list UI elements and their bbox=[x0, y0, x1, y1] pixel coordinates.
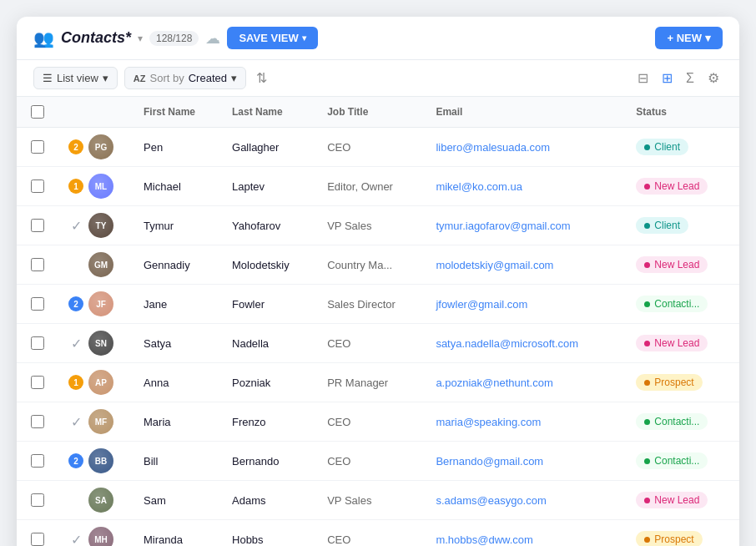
cell-email[interactable]: a.pozniak@nethunt.com bbox=[426, 363, 626, 402]
status-badge: New Lead bbox=[636, 256, 708, 273]
cell-last-name: Fowler bbox=[222, 285, 317, 324]
email-link[interactable]: libero@malesuada.com bbox=[436, 141, 550, 154]
header-left: 👥 Contacts* ▾ 128/128 ☁ SAVE VIEW ▾ bbox=[33, 27, 647, 49]
row-checkbox-cell bbox=[17, 167, 58, 206]
cell-job-title: VP Sales bbox=[317, 206, 426, 245]
sigma-icon-button[interactable]: Σ bbox=[683, 68, 698, 89]
table-row: 2JFJaneFowlerSales Directorjfowler@gmail… bbox=[17, 285, 739, 324]
check-circle-icon: ✓ bbox=[71, 532, 82, 547]
new-chevron-icon: ▾ bbox=[705, 32, 711, 44]
cell-job-title: CEO bbox=[317, 128, 426, 167]
cell-first-name: Jane bbox=[134, 285, 222, 324]
cell-email[interactable]: tymur.iagofarov@gmail.com bbox=[426, 206, 626, 245]
cell-email[interactable]: satya.nadella@microsoft.com bbox=[426, 324, 626, 363]
cell-email[interactable]: m.hobbs@dww.com bbox=[426, 520, 626, 547]
cell-status: New Lead bbox=[626, 245, 739, 285]
row-checkbox[interactable] bbox=[31, 376, 44, 389]
email-link[interactable]: a.pozniak@nethunt.com bbox=[436, 377, 552, 389]
row-indicator-cell: ✓MF bbox=[58, 402, 134, 442]
status-dot bbox=[644, 262, 650, 268]
sort-button[interactable]: AZ Sort by Created ▾ bbox=[124, 67, 246, 89]
new-button[interactable]: + NEW ▾ bbox=[655, 27, 723, 49]
cell-email[interactable]: s.adams@easygo.com bbox=[426, 481, 626, 520]
cell-email[interactable]: maria@speaking.com bbox=[426, 402, 626, 442]
cell-last-name: Laptev bbox=[222, 167, 317, 206]
cell-first-name: Miranda bbox=[134, 520, 222, 547]
row-indicator-cell: ✓TY bbox=[58, 206, 134, 245]
row-checkbox[interactable] bbox=[31, 454, 44, 468]
filter-lines-button[interactable]: ⇅ bbox=[253, 67, 270, 89]
cell-last-name: Frenzo bbox=[222, 402, 317, 442]
row-checkbox-cell bbox=[17, 481, 58, 520]
status-dot bbox=[644, 419, 650, 425]
status-dot bbox=[644, 144, 650, 150]
cell-email[interactable]: molodetskiy@gmail.com bbox=[426, 245, 626, 285]
email-link[interactable]: jfowler@gmail.com bbox=[436, 298, 527, 311]
cell-last-name: Hobbs bbox=[222, 520, 317, 547]
notification-badge: 2 bbox=[68, 139, 83, 154]
row-checkbox-cell bbox=[17, 442, 58, 481]
status-badge: Client bbox=[636, 139, 688, 155]
row-checkbox[interactable] bbox=[31, 219, 44, 232]
col-first-name: First Name bbox=[134, 97, 222, 128]
cell-email[interactable]: Bernando@gmail.com bbox=[426, 442, 626, 481]
avatar: MH bbox=[88, 527, 113, 546]
cell-email[interactable]: libero@malesuada.com bbox=[426, 128, 626, 167]
status-label: Client bbox=[654, 141, 680, 153]
cell-status: Contacti... bbox=[626, 402, 739, 442]
email-link[interactable]: satya.nadella@microsoft.com bbox=[436, 337, 578, 350]
cell-first-name: Satya bbox=[134, 324, 222, 363]
row-indicator-cell: GM bbox=[58, 245, 134, 285]
avatar: PG bbox=[88, 134, 113, 159]
table-row: 2BBBillBernandoCEOBernando@gmail.comCont… bbox=[17, 442, 739, 481]
row-indicator-cell: 2PG bbox=[58, 128, 134, 167]
status-label: New Lead bbox=[654, 494, 699, 506]
cell-email[interactable]: mikel@ko.com.ua bbox=[426, 167, 626, 206]
title-chevron-icon[interactable]: ▾ bbox=[138, 33, 143, 44]
email-link[interactable]: Bernando@gmail.com bbox=[436, 455, 543, 468]
filter-icon-button[interactable]: ⊟ bbox=[634, 67, 652, 89]
row-checkbox[interactable] bbox=[31, 493, 44, 507]
email-link[interactable]: s.adams@easygo.com bbox=[436, 494, 546, 507]
email-link[interactable]: mikel@ko.com.ua bbox=[436, 180, 522, 193]
check-circle-icon: ✓ bbox=[71, 336, 82, 351]
columns-icon-button[interactable]: ⊞ bbox=[658, 67, 676, 89]
table-header-row: First Name Last Name Job Title Email Sta… bbox=[17, 97, 739, 128]
row-checkbox[interactable] bbox=[31, 140, 44, 154]
avatar: MF bbox=[88, 409, 113, 434]
sort-chevron-icon: ▾ bbox=[231, 72, 237, 84]
row-checkbox[interactable] bbox=[31, 179, 44, 193]
status-badge: Contacti... bbox=[636, 452, 708, 469]
table-row: SASamAdamsVP Saless.adams@easygo.comNew … bbox=[17, 481, 739, 520]
row-checkbox-cell bbox=[17, 245, 58, 285]
badge-spacer: ✓ bbox=[68, 414, 83, 430]
status-badge: Prospect bbox=[636, 374, 702, 391]
status-label: Contacti... bbox=[654, 455, 699, 467]
row-checkbox[interactable] bbox=[31, 533, 44, 546]
status-label: New Lead bbox=[654, 180, 699, 192]
cell-email[interactable]: jfowler@gmail.com bbox=[426, 285, 626, 324]
cell-first-name: Bill bbox=[134, 442, 222, 481]
table-row: ✓TYTymurYahofarovVP Salestymur.iagofarov… bbox=[17, 206, 739, 245]
check-circle-icon: ✓ bbox=[71, 414, 82, 430]
save-view-button[interactable]: SAVE VIEW ▾ bbox=[227, 27, 317, 49]
row-checkbox[interactable] bbox=[31, 297, 44, 311]
cell-status: Client bbox=[626, 206, 739, 245]
row-checkbox[interactable] bbox=[31, 415, 44, 428]
status-badge: Contacti... bbox=[636, 413, 708, 430]
row-checkbox-cell bbox=[17, 285, 58, 324]
settings-icon-button[interactable]: ⚙ bbox=[704, 67, 723, 89]
email-link[interactable]: maria@speaking.com bbox=[436, 416, 541, 428]
list-view-button[interactable]: ☰ List view ▾ bbox=[33, 67, 118, 89]
record-count: 128/128 bbox=[149, 31, 199, 46]
email-link[interactable]: molodetskiy@gmail.com bbox=[436, 259, 553, 271]
email-link[interactable]: m.hobbs@dww.com bbox=[436, 533, 533, 546]
cell-first-name: Michael bbox=[134, 167, 222, 206]
row-checkbox[interactable] bbox=[31, 336, 44, 350]
select-all-checkbox[interactable] bbox=[31, 105, 44, 119]
row-checkbox[interactable] bbox=[31, 258, 44, 271]
status-badge: New Lead bbox=[636, 335, 708, 351]
sort-az-icon: AZ bbox=[134, 73, 146, 83]
status-badge: Client bbox=[636, 217, 688, 234]
email-link[interactable]: tymur.iagofarov@gmail.com bbox=[436, 220, 570, 232]
